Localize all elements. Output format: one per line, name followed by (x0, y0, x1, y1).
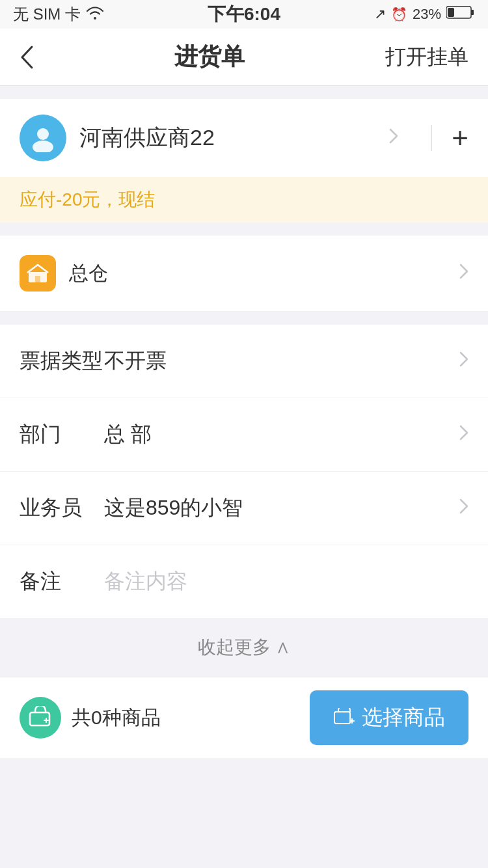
status-bar: 无 SIM 卡 下午6:04 ↗ ⏰ 23% (0, 0, 488, 29)
salesman-row[interactable]: 业务员 这是859的小智 (0, 472, 488, 545)
warehouse-arrow-icon (459, 263, 468, 284)
supplier-arrow-icon (389, 128, 398, 148)
department-row[interactable]: 部门 总 部 (0, 398, 488, 472)
alarm-icon: ⏰ (391, 7, 407, 22)
notice-banner: 应付-20元，现结 (0, 177, 488, 223)
svg-rect-6 (35, 276, 40, 282)
salesman-label: 业务员 (20, 494, 104, 522)
add-supplier-button[interactable]: + (452, 122, 468, 154)
supplier-divider (431, 125, 432, 151)
wifi-icon (86, 5, 104, 23)
battery-icon (446, 5, 475, 23)
back-button[interactable] (20, 45, 34, 70)
warehouse-icon (20, 255, 56, 292)
supplier-section: 河南供应商22 + 应付-20元，现结 (0, 99, 488, 223)
main-content-area (0, 758, 488, 868)
salesman-value: 这是859的小智 (104, 494, 459, 522)
invoice-label: 票据类型 (20, 347, 104, 375)
svg-point-4 (33, 141, 53, 152)
bottom-bar: 共0种商品 选择商品 (0, 677, 488, 758)
battery-text: 23% (413, 6, 441, 23)
product-count-text: 共0种商品 (72, 705, 310, 731)
status-left: 无 SIM 卡 (13, 4, 104, 25)
note-row[interactable]: 备注 备注内容 (0, 545, 488, 618)
section-gap-3 (0, 312, 488, 325)
select-product-label: 选择商品 (362, 703, 445, 732)
nav-bar: 进货单 打开挂单 (0, 29, 488, 86)
warehouse-section: 总仓 (0, 236, 488, 312)
status-right: ↗ ⏰ 23% (374, 5, 475, 23)
svg-rect-2 (448, 8, 454, 17)
svg-point-3 (37, 128, 49, 140)
supplier-avatar (20, 115, 66, 161)
note-placeholder: 备注内容 (104, 567, 468, 596)
status-time: 下午6:04 (208, 2, 280, 27)
department-label: 部门 (20, 420, 104, 449)
svg-rect-1 (471, 10, 474, 15)
invoice-value: 不开票 (104, 347, 459, 375)
location-icon: ↗ (374, 6, 386, 23)
warehouse-name: 总仓 (69, 260, 459, 287)
invoice-arrow-icon (459, 351, 468, 372)
note-label: 备注 (20, 567, 104, 596)
page-title: 进货单 (174, 41, 245, 73)
form-section: 票据类型 不开票 部门 总 部 业务员 这是859的小智 备注 备注内容 (0, 325, 488, 618)
product-cart-icon (20, 697, 61, 739)
supplier-name: 河南供应商22 (79, 123, 389, 153)
open-pending-button[interactable]: 打开挂单 (385, 43, 468, 72)
carrier-text: 无 SIM 卡 (13, 4, 81, 25)
invoice-row[interactable]: 票据类型 不开票 (0, 325, 488, 398)
section-gap-1 (0, 86, 488, 99)
department-arrow-icon (459, 424, 468, 445)
section-gap-2 (0, 223, 488, 236)
salesman-arrow-icon (459, 498, 468, 519)
department-value: 总 部 (104, 420, 459, 449)
collapse-button[interactable]: 收起更多 ∧ (0, 618, 488, 677)
svg-rect-8 (334, 712, 350, 724)
supplier-row[interactable]: 河南供应商22 + (0, 99, 488, 177)
select-product-button[interactable]: 选择商品 (310, 690, 468, 745)
warehouse-row[interactable]: 总仓 (0, 236, 488, 312)
